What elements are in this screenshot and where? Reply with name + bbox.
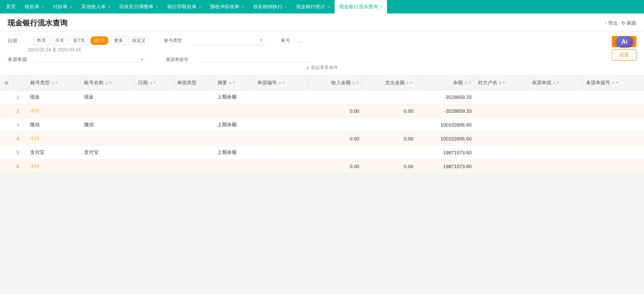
date-btn-7days[interactable]: 近7天 [70, 36, 88, 45]
close-bank-deposit-icon[interactable]: × [199, 0, 201, 13]
row-doc-no [254, 118, 308, 132]
date-btn-1month[interactable]: 近1月 [90, 36, 109, 45]
row-doc-no [254, 146, 308, 160]
row-source-doc-no [582, 104, 644, 118]
row-counterparty [474, 118, 528, 132]
close-prepayment-icon[interactable]: × [242, 0, 244, 13]
account-type-input[interactable] [191, 36, 258, 44]
row-balance: -3528659.33 [416, 104, 475, 118]
column-account-type[interactable]: 账号类型 ▲▼ [27, 76, 81, 90]
page-title: 现金银行流水查询 [8, 18, 68, 28]
filter-row-2: 来源单据 ▾ 来源单据号 [8, 56, 597, 63]
ai-badge[interactable]: Ai [615, 36, 633, 48]
column-date[interactable]: 日期 ▲▼ [135, 76, 174, 90]
gear-icon[interactable]: ⚙ [4, 80, 9, 86]
settings-button[interactable]: 设置 [612, 49, 636, 61]
nav-other-income[interactable]: 其他收入单 × [77, 0, 115, 13]
row-summary: 上期余额 [214, 146, 254, 160]
row-doc-type [174, 160, 214, 173]
nav-collection-verify[interactable]: 收款核销执行 × [249, 0, 291, 13]
row-account-type: 小计 [27, 132, 81, 146]
close-receipts-icon[interactable]: × [42, 0, 44, 13]
sort-source-doc-no-icon: ▲▼ [611, 81, 619, 85]
nav-cash-bank-flow[interactable]: 现金银行流水查询 × [335, 0, 387, 13]
close-collection-icon[interactable]: × [285, 0, 287, 13]
source-doc-input[interactable] [35, 57, 140, 62]
sort-expense-icon: ▲▼ [406, 81, 413, 85]
row-account-type: 支付宝 [27, 146, 81, 160]
sort-doc-no-icon: ▲▼ [278, 81, 285, 85]
table-row: 6小计0.000.0019871073.60 [0, 160, 644, 173]
column-doc-type: 单据类型 [174, 76, 214, 90]
row-date [135, 146, 174, 160]
column-doc-no[interactable]: 单据编号 ▲▼ [254, 76, 308, 90]
row-balance: 19871073.60 [416, 146, 475, 160]
column-source-doc-no[interactable]: 来源单据号 ▲▼ [582, 76, 644, 90]
column-gear[interactable]: ⚙ [0, 76, 14, 90]
source-doc-dropdown-icon[interactable]: ▾ [141, 57, 143, 62]
row-counterparty [474, 132, 528, 146]
row-account-name: 现金 [81, 90, 135, 104]
row-gear-cell [0, 146, 14, 160]
sort-account-type-icon: ▲▼ [51, 81, 59, 85]
nav-prepayment[interactable]: 预收冲应收单 × [206, 0, 248, 13]
column-source-doc[interactable]: 来源单据 ▲▼ [528, 76, 582, 90]
row-index: 1 [14, 90, 27, 104]
data-table-container: ⚙ 账号类型 ▲▼ 账号名称 ▲▼ 日期 [0, 76, 644, 173]
row-expense: 0.00 [362, 160, 416, 173]
refresh-button[interactable]: ↻ 刷新 [621, 20, 636, 27]
row-account-name: 支付宝 [81, 146, 135, 160]
row-doc-no [254, 104, 308, 118]
date-options: 昨天 今天 近7天 近1月 更多 自定义 [34, 36, 149, 45]
close-other-income-icon[interactable]: × [108, 0, 110, 13]
row-date [135, 90, 174, 104]
row-account-type: 现金 [27, 90, 81, 104]
column-account-name[interactable]: 账号名称 ▲▼ [81, 76, 135, 90]
column-income[interactable]: 收入金额 ▲▼ [308, 76, 362, 90]
row-expense: 0.00 [362, 104, 416, 118]
data-table: ⚙ 账号类型 ▲▼ 账号名称 ▲▼ 日期 [0, 76, 644, 173]
column-summary[interactable]: 摘要 ▲▼ [214, 76, 254, 90]
sort-summary-icon: ▲▼ [228, 81, 236, 85]
nav-bank-deposit[interactable]: 银行存取款单 × [163, 0, 206, 13]
row-income: 0.00 [308, 160, 362, 173]
date-btn-yesterday[interactable]: 昨天 [34, 36, 50, 45]
table-body: 1现金现金上期余额-3528659.332小计0.000.00-3528659.… [0, 90, 644, 173]
row-source-doc-no [582, 132, 644, 146]
row-counterparty [474, 160, 528, 173]
account-type-dropdown-icon[interactable]: ▾ [260, 37, 262, 43]
row-date [135, 104, 174, 118]
filter-row-1: 日期 昨天 今天 近7天 近1月 更多 自定义 账号类型 ▾ 账号 ... [8, 36, 597, 45]
date-btn-more[interactable]: 更多 [111, 36, 126, 45]
nav-home[interactable]: 首页 [2, 0, 20, 13]
close-flow-icon[interactable]: × [380, 0, 383, 13]
row-doc-type [174, 146, 214, 160]
close-stats-icon[interactable]: × [327, 0, 330, 13]
nav-payments[interactable]: 付款单 × [48, 0, 77, 13]
account-dots[interactable]: ... [297, 37, 302, 44]
date-btn-custom[interactable]: 自定义 [129, 36, 149, 45]
top-navigation: 首页 收款单 × 付款单 × 其他收入单 × 应收应付调整单 × 银行存取款单 … [0, 0, 644, 13]
source-doc-no-input[interactable] [199, 57, 311, 63]
column-counterparty[interactable]: 对方户名 ▲▼ [474, 76, 528, 90]
source-doc-label: 来源单据 [8, 56, 27, 63]
date-btn-today[interactable]: 今天 [52, 36, 68, 45]
export-button[interactable]: ↑ 导出 [605, 20, 618, 27]
sort-source-doc-icon: ▲▼ [552, 81, 560, 85]
sort-account-name-icon: ▲▼ [105, 81, 112, 85]
row-account-type: 小计 [27, 160, 81, 173]
row-doc-no [254, 132, 308, 146]
collapse-bar[interactable]: ∧ 收起更多条件 [8, 63, 636, 71]
column-balance[interactable]: 余额 ▲▼ [416, 76, 475, 90]
close-payments-icon[interactable]: × [70, 0, 72, 13]
nav-cash-bank-stats[interactable]: 现金银行统计 × [291, 0, 334, 13]
nav-receipts[interactable]: 收款单 × [20, 0, 48, 13]
row-income: 0.00 [308, 104, 362, 118]
table-row: 5支付宝支付宝上期余额19871073.60 [0, 146, 644, 160]
row-account-type: 小计 [27, 104, 81, 118]
table-row: 4小计0.000.00100102606.60 [0, 132, 644, 146]
column-expense[interactable]: 支出金额 ▲▼ [362, 76, 416, 90]
row-expense: 0.00 [362, 132, 416, 146]
nav-ar-ap-adjustment[interactable]: 应收应付调整单 × [115, 0, 162, 13]
close-ar-ap-icon[interactable]: × [156, 0, 158, 13]
